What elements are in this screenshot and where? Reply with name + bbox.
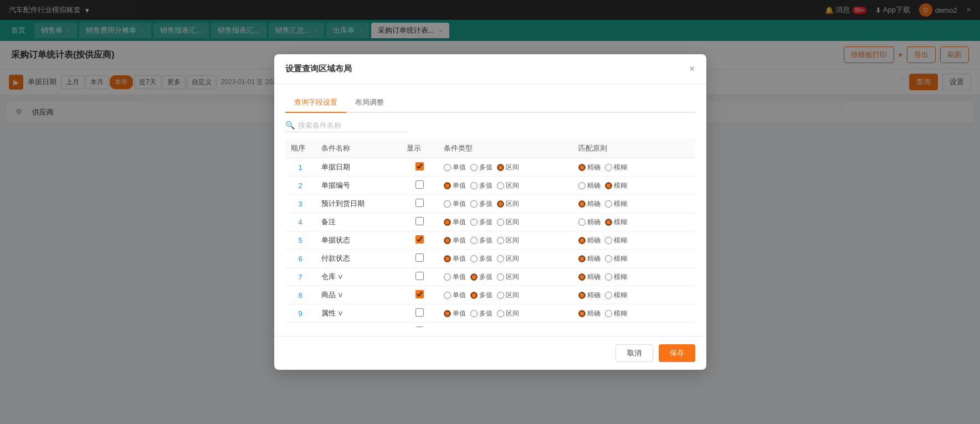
show-checkbox[interactable] bbox=[415, 199, 424, 207]
type-single-radio[interactable]: 单值 bbox=[444, 309, 466, 318]
modal-overlay: 设置查询区域布局 × 查询字段设置 布局调整 🔍 顺序 bbox=[0, 0, 980, 424]
type-single-radio[interactable]: 单值 bbox=[444, 163, 466, 172]
show-checkbox[interactable] bbox=[415, 308, 424, 317]
match-exact-radio[interactable]: 精确 bbox=[578, 181, 601, 190]
match-exact-radio[interactable]: 精确 bbox=[578, 254, 601, 263]
type-range-radio[interactable]: 区间 bbox=[497, 236, 519, 245]
row-show bbox=[401, 213, 438, 231]
row-name: 单据编号 bbox=[316, 177, 402, 195]
show-checkbox[interactable] bbox=[415, 162, 424, 170]
row-match: 精确模糊 bbox=[573, 250, 695, 268]
type-single-radio[interactable]: 单值 bbox=[444, 291, 466, 300]
type-range-radio[interactable]: 区间 bbox=[497, 272, 519, 282]
row-order: 10 bbox=[285, 323, 316, 328]
match-exact-radio[interactable]: 精确 bbox=[578, 163, 601, 172]
match-exact-radio[interactable]: 精确 bbox=[578, 236, 601, 245]
match-exact-radio[interactable]: 精确 bbox=[578, 272, 601, 282]
type-range-radio[interactable]: 区间 bbox=[497, 163, 519, 172]
tab-field-settings[interactable]: 查询字段设置 bbox=[285, 93, 346, 113]
type-range-radio[interactable]: 区间 bbox=[497, 199, 519, 209]
save-btn[interactable]: 保存 bbox=[659, 344, 695, 362]
type-multi-radio[interactable]: 多值 bbox=[470, 181, 492, 190]
type-multi-radio[interactable]: 多值 bbox=[470, 218, 492, 227]
type-multi-radio[interactable]: 多值 bbox=[470, 254, 492, 263]
row-show bbox=[401, 177, 438, 195]
type-multi-radio[interactable]: 多值 bbox=[470, 236, 492, 245]
show-checkbox[interactable] bbox=[415, 254, 424, 262]
type-multi-radio[interactable]: 多值 bbox=[470, 272, 492, 282]
type-multi-radio[interactable]: 多值 bbox=[470, 163, 492, 172]
row-type: 单值多值区间 bbox=[438, 177, 573, 195]
match-exact-radio[interactable]: 精确 bbox=[578, 218, 601, 227]
type-range-radio[interactable]: 区间 bbox=[497, 309, 519, 318]
match-fuzzy-radio[interactable]: 模糊 bbox=[605, 218, 627, 227]
match-fuzzy-radio[interactable]: 模糊 bbox=[605, 309, 627, 318]
type-single-radio[interactable]: 单值 bbox=[444, 199, 466, 209]
th-order: 顺序 bbox=[285, 139, 316, 158]
row-match: 精确模糊 bbox=[573, 323, 695, 328]
row-show bbox=[401, 268, 438, 286]
type-range-radio[interactable]: 区间 bbox=[497, 181, 519, 190]
show-checkbox[interactable] bbox=[415, 327, 424, 327]
cancel-btn[interactable]: 取消 bbox=[615, 344, 653, 362]
row-show bbox=[401, 195, 438, 213]
row-type: 单值多值区间 bbox=[438, 323, 573, 328]
table-row: 1单据日期单值多值区间精确模糊 bbox=[285, 158, 695, 177]
tab-layout-adjust[interactable]: 布局调整 bbox=[346, 93, 393, 113]
match-fuzzy-radio[interactable]: 模糊 bbox=[605, 199, 627, 209]
type-range-radio[interactable]: 区间 bbox=[497, 291, 519, 300]
search-input[interactable] bbox=[298, 121, 407, 130]
type-single-radio[interactable]: 单值 bbox=[444, 181, 466, 190]
row-type: 单值多值区间 bbox=[438, 250, 573, 268]
th-name: 条件名称 bbox=[316, 139, 402, 158]
row-name: 有无商品图片 bbox=[316, 323, 402, 328]
type-single-radio[interactable]: 单值 bbox=[444, 327, 466, 328]
show-checkbox[interactable] bbox=[415, 235, 424, 244]
fields-table-scroll[interactable]: 顺序 条件名称 显示 条件类型 匹配原则 1单据日期单值多值区间精确模糊2单据编… bbox=[285, 139, 695, 327]
match-fuzzy-radio[interactable]: 模糊 bbox=[605, 272, 627, 282]
match-exact-radio[interactable]: 精确 bbox=[578, 309, 601, 318]
table-row: 5单据状态单值多值区间精确模糊 bbox=[285, 231, 695, 250]
type-single-radio[interactable]: 单值 bbox=[444, 218, 466, 227]
show-checkbox[interactable] bbox=[415, 180, 424, 189]
type-multi-radio[interactable]: 多值 bbox=[470, 291, 492, 300]
show-checkbox[interactable] bbox=[415, 290, 424, 298]
type-multi-radio[interactable]: 多值 bbox=[470, 327, 492, 328]
type-multi-radio[interactable]: 多值 bbox=[470, 309, 492, 318]
row-match: 精确模糊 bbox=[573, 177, 695, 195]
row-name: 备注 bbox=[316, 213, 402, 231]
show-checkbox[interactable] bbox=[415, 272, 424, 280]
match-exact-radio[interactable]: 精确 bbox=[578, 199, 601, 209]
match-exact-radio[interactable]: 精确 bbox=[578, 291, 601, 300]
match-fuzzy-radio[interactable]: 模糊 bbox=[605, 254, 627, 263]
dialog-body: 查询字段设置 布局调整 🔍 顺序 条件名称 显示 条件类型 bbox=[274, 84, 706, 336]
type-single-radio[interactable]: 单值 bbox=[444, 236, 466, 245]
show-checkbox[interactable] bbox=[415, 217, 424, 225]
row-type: 单值多值区间 bbox=[438, 304, 573, 323]
row-order: 9 bbox=[285, 304, 316, 323]
type-multi-radio[interactable]: 多值 bbox=[470, 199, 492, 209]
dialog-close-btn[interactable]: × bbox=[689, 63, 695, 75]
type-range-radio[interactable]: 区间 bbox=[497, 254, 519, 263]
dialog-tab-bar: 查询字段设置 布局调整 bbox=[285, 93, 695, 113]
row-order: 8 bbox=[285, 286, 316, 304]
type-single-radio[interactable]: 单值 bbox=[444, 254, 466, 263]
match-fuzzy-radio[interactable]: 模糊 bbox=[605, 163, 627, 172]
type-range-radio[interactable]: 区间 bbox=[497, 218, 519, 227]
match-fuzzy-radio[interactable]: 模糊 bbox=[605, 236, 627, 245]
th-show: 显示 bbox=[401, 139, 438, 158]
row-show bbox=[401, 158, 438, 177]
row-order: 4 bbox=[285, 213, 316, 231]
match-exact-radio[interactable]: 精确 bbox=[578, 327, 601, 328]
match-fuzzy-radio[interactable]: 模糊 bbox=[605, 327, 627, 328]
table-row: 3预计到货日期单值多值区间精确模糊 bbox=[285, 195, 695, 213]
row-type: 单值多值区间 bbox=[438, 213, 573, 231]
row-match: 精确模糊 bbox=[573, 268, 695, 286]
match-fuzzy-radio[interactable]: 模糊 bbox=[605, 181, 627, 190]
type-range-radio[interactable]: 区间 bbox=[497, 327, 519, 328]
type-single-radio[interactable]: 单值 bbox=[444, 272, 466, 282]
table-row: 10有无商品图片单值多值区间精确模糊 bbox=[285, 323, 695, 328]
table-row: 6付款状态单值多值区间精确模糊 bbox=[285, 250, 695, 268]
match-fuzzy-radio[interactable]: 模糊 bbox=[605, 291, 627, 300]
row-type: 单值多值区间 bbox=[438, 286, 573, 304]
